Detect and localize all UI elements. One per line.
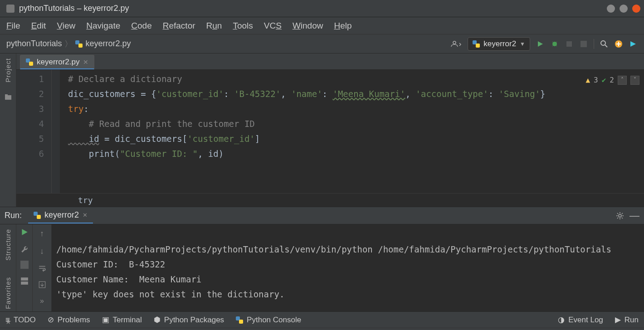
code-content[interactable]: # Declare a dictionary dic_customers = {… — [60, 70, 644, 193]
run-button[interactable] — [536, 39, 545, 49]
close-button[interactable] — [632, 5, 640, 13]
svg-rect-2 — [581, 41, 587, 47]
close-tab-icon[interactable]: ✕ — [83, 58, 88, 66]
coverage-button[interactable] — [565, 39, 574, 49]
scroll-to-end-icon[interactable] — [38, 281, 46, 289]
inspection-widget[interactable]: ▲3 ✔2 ˄ ˅ — [585, 73, 639, 87]
up-arrow-icon[interactable]: ↑ — [40, 229, 44, 238]
svg-rect-6 — [5, 94, 8, 96]
menu-help[interactable]: Help — [334, 21, 351, 31]
left-tool-stripe-lower: Structure Favorites ★ — [0, 224, 16, 311]
prev-highlight-button[interactable]: ˄ — [618, 76, 627, 85]
menu-navigate[interactable]: Navigate — [86, 21, 120, 31]
console-tool-button[interactable]: Python Console — [236, 315, 301, 325]
rerun-icon[interactable] — [20, 228, 29, 236]
ide-scripting-icon[interactable] — [629, 39, 638, 49]
soft-wrap-icon[interactable] — [38, 264, 46, 272]
app-icon — [6, 5, 15, 13]
checkmark-icon: ✔ — [602, 73, 606, 87]
run-config-name: keyerror2 — [483, 39, 516, 49]
svg-rect-13 — [21, 281, 28, 285]
todo-tool-button[interactable]: ≡TODO — [5, 315, 36, 325]
menu-run[interactable]: Run — [206, 21, 222, 31]
debug-button[interactable] — [550, 39, 559, 49]
warning-icon: ▲ — [585, 73, 590, 87]
svg-rect-5 — [5, 95, 11, 100]
menu-vcs[interactable]: VCS — [264, 21, 282, 31]
navigation-bar: pythonTutorials 〉 keyerror2.py keyerror2… — [0, 34, 644, 53]
terminal-tool-button[interactable]: ▣Terminal — [102, 315, 142, 325]
menu-window[interactable]: Window — [293, 21, 323, 31]
terminal-icon: ▣ — [102, 315, 109, 325]
run-config-selector[interactable]: keyerror2 ▼ — [468, 37, 530, 51]
svg-point-7 — [619, 214, 621, 217]
python-icon — [473, 40, 480, 48]
fold-gutter — [52, 70, 60, 193]
run-tab[interactable]: keyerror2 ✕ — [28, 208, 93, 223]
package-icon: ⬢ — [154, 315, 161, 325]
run-tool-window: Run: keyerror2 ✕ — Structure Favorites ★… — [0, 207, 644, 311]
run-toolbar-right: ↑ ↓ » — [33, 224, 52, 311]
svg-rect-11 — [20, 261, 29, 269]
run-tab-label: keyerror2 — [44, 210, 79, 220]
down-arrow-icon[interactable]: ↓ — [40, 247, 44, 256]
users-icon[interactable] — [450, 39, 462, 49]
menu-tools[interactable]: Tools — [233, 21, 253, 31]
minimize-button[interactable] — [607, 5, 615, 13]
stop-button[interactable] — [579, 39, 588, 49]
status-bar: 11:33 LF UTF-8 4 spaces Python 3.8 (pyth… — [0, 328, 644, 330]
chevron-right-icon: 〉 — [64, 39, 73, 49]
problems-tool-button[interactable]: ⊘Problems — [48, 315, 90, 325]
breadcrumb: pythonTutorials 〉 keyerror2.py — [6, 39, 131, 49]
next-highlight-button[interactable]: ˅ — [630, 76, 639, 85]
run-toolbar-left — [16, 224, 33, 311]
gear-icon[interactable] — [616, 212, 624, 220]
breadcrumb-context: try — [16, 193, 644, 207]
sidebar-favorites[interactable]: Favorites — [4, 277, 12, 309]
folder-icon[interactable] — [5, 93, 12, 101]
menubar: File Edit View Navigate Code Refactor Ru… — [0, 17, 644, 34]
packages-tool-button[interactable]: ⬢Python Packages — [154, 315, 224, 325]
run-panel-label: Run: — [5, 211, 22, 220]
maximize-button[interactable] — [620, 5, 628, 13]
bottom-tool-bar: ≡TODO ⊘Problems ▣Terminal ⬢Python Packag… — [0, 311, 644, 328]
breadcrumb-file[interactable]: keyerror2.py — [85, 39, 131, 49]
sidebar-project[interactable]: Project — [4, 58, 12, 82]
log-icon: ◑ — [558, 315, 565, 325]
event-log-button[interactable]: ◑Event Log — [558, 315, 603, 325]
editor-tab-bar: keyerror2.py ✕ — [16, 53, 644, 70]
code-editor[interactable]: 1 2 3 4 5 6 # Declare a dictionary dic_c… — [16, 70, 644, 193]
line-number-gutter: 1 2 3 4 5 6 — [16, 70, 52, 193]
python-file-icon — [26, 58, 33, 66]
menu-view[interactable]: View — [57, 21, 75, 31]
run-tool-button[interactable]: ▶Run — [615, 315, 639, 325]
editor-tab-label: keyerror2.py — [37, 58, 79, 67]
list-icon: ≡ — [5, 315, 10, 325]
svg-point-3 — [601, 41, 605, 45]
menu-refactor[interactable]: Refactor — [163, 21, 195, 31]
wrench-icon[interactable] — [20, 244, 29, 252]
chevron-down-icon: ▼ — [520, 41, 525, 47]
window-title: pythonTutorials – keyerror2.py — [19, 4, 129, 13]
editor-tab[interactable]: keyerror2.py ✕ — [20, 55, 94, 69]
console-output[interactable]: /home/fahmida/PycharmProjects/pythonTuto… — [52, 224, 644, 311]
python-file-icon — [75, 40, 83, 48]
sidebar-structure[interactable]: Structure — [4, 229, 12, 261]
menu-code[interactable]: Code — [131, 21, 151, 31]
close-run-tab-icon[interactable]: ✕ — [83, 212, 88, 218]
menu-file[interactable]: File — [6, 21, 20, 31]
search-icon[interactable] — [600, 39, 609, 49]
stop-icon[interactable] — [20, 261, 29, 269]
python-icon — [34, 212, 41, 219]
warning-icon: ⊘ — [48, 315, 54, 325]
sync-icon[interactable] — [614, 39, 623, 49]
svg-rect-1 — [566, 41, 572, 47]
layout-icon[interactable] — [20, 277, 29, 285]
python-icon — [236, 316, 243, 324]
hide-panel-icon[interactable]: — — [629, 210, 639, 222]
svg-rect-12 — [21, 277, 28, 281]
menu-edit[interactable]: Edit — [31, 21, 46, 31]
breadcrumb-project[interactable]: pythonTutorials — [6, 39, 62, 49]
play-icon: ▶ — [615, 315, 621, 325]
more-icon[interactable]: » — [40, 297, 44, 305]
